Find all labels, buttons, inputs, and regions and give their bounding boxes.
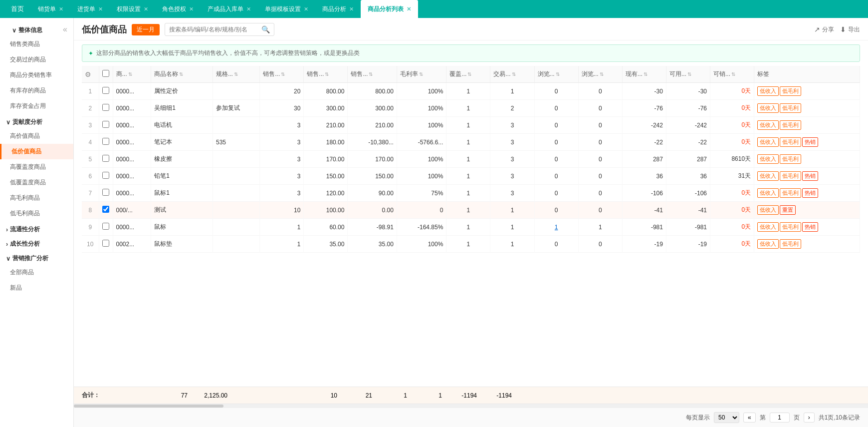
nav-close-products-in[interactable]: ✕ — [246, 6, 251, 12]
filter-month-btn[interactable]: 近一月 — [132, 24, 160, 35]
row-checkbox[interactable] — [102, 121, 109, 128]
page-input[interactable] — [770, 413, 790, 423]
nav-sales[interactable]: 销货单 ✕ — [31, 0, 70, 18]
row-check — [99, 236, 113, 253]
row-view1: 0 — [534, 83, 578, 100]
row-sales-qty: 30 — [260, 100, 304, 117]
th-transaction[interactable]: 交易...⇅ — [490, 66, 534, 83]
nav-close-permissions[interactable]: ✕ — [144, 6, 148, 12]
row-name: 鼠标1 — [151, 185, 213, 202]
next-page-btn[interactable]: › — [804, 413, 815, 423]
row-checkbox[interactable] — [102, 240, 109, 247]
th-coverage[interactable]: 覆盖...⇅ — [446, 66, 490, 83]
row-view2: 0 — [578, 185, 622, 202]
nav-products-in[interactable]: 产成品入库单 ✕ — [201, 0, 258, 18]
row-view2: 0 — [578, 100, 622, 117]
nav-template[interactable]: 单据模板设置 ✕ — [258, 0, 315, 18]
row-checkbox[interactable] — [102, 223, 109, 230]
th-tag[interactable]: 标签 — [754, 66, 860, 83]
sidebar-item-new-products[interactable]: 新品 — [0, 280, 73, 296]
sidebar-item-high-margin[interactable]: 高毛利商品 — [0, 190, 73, 206]
row-checkbox[interactable] — [102, 189, 109, 196]
row-stock-available: -242 — [666, 117, 710, 134]
th-sales-profit[interactable]: 销售...⇅ — [348, 66, 397, 83]
row-stock-current: -76 — [622, 100, 666, 117]
sidebar-item-all-products[interactable]: 全部商品 — [0, 265, 73, 280]
pagination: 每页显示 50 100 200 « 第 页 › 共1页,10条记录 — [74, 408, 868, 427]
th-stock-available[interactable]: 可用...⇅ — [666, 66, 710, 83]
tag-badge: 重置 — [780, 205, 796, 215]
row-sales-amount: 210.00 — [304, 117, 348, 134]
row-checkbox[interactable] — [102, 155, 109, 162]
row-coverage: 1 — [446, 219, 490, 236]
search-input[interactable] — [169, 26, 259, 33]
nav-close-product-list[interactable]: ✕ — [407, 6, 411, 12]
nav-home[interactable]: 首页 — [4, 0, 31, 18]
export-btn[interactable]: ⬇ 导出 — [840, 25, 860, 34]
th-view1[interactable]: 浏览...⇅ — [534, 66, 578, 83]
nav-close-template[interactable]: ✕ — [304, 6, 308, 12]
sidebar-item-low-coverage[interactable]: 低覆盖度商品 — [0, 175, 73, 190]
nav-close-product-analysis[interactable]: ✕ — [349, 6, 354, 12]
row-name: 属性定价 — [151, 83, 213, 100]
nav-roles[interactable]: 角色授权 ✕ — [155, 0, 201, 18]
th-view2[interactable]: 浏览...⇅ — [578, 66, 622, 83]
row-checkbox[interactable] — [102, 172, 109, 179]
nav-close-sales[interactable]: ✕ — [59, 6, 63, 12]
sidebar-item-high-coverage[interactable]: 高覆盖度商品 — [0, 159, 73, 175]
th-sales-amount[interactable]: 销售...⇅ — [304, 66, 348, 83]
row-checkbox[interactable] — [102, 104, 109, 111]
row-coverage: 1 — [446, 202, 490, 219]
sidebar-group-circulation[interactable]: › 流通性分析 — [0, 221, 73, 236]
row-transaction: 2 — [490, 100, 534, 117]
sidebar-item-high-value[interactable]: 高价值商品 — [0, 128, 73, 144]
table-row: 8 000/... 测试 10 100.00 0.00 0 1 1 0 0 -4… — [82, 202, 860, 219]
settings-icon[interactable]: ⚙ — [85, 70, 91, 78]
row-checkbox[interactable] — [102, 138, 109, 145]
th-sales-qty[interactable]: 销售...⇅ — [260, 66, 304, 83]
sidebar-group-contribution: ∨ 贡献度分析 — [0, 114, 73, 128]
nav-close-purchase[interactable]: ✕ — [98, 6, 103, 12]
row-check — [99, 219, 113, 236]
sidebar-item-sales-products[interactable]: 销售类商品 — [0, 36, 73, 52]
view1-link[interactable]: 1 — [555, 224, 558, 231]
scrollbar-thumb[interactable] — [74, 405, 223, 408]
row-sales-amount: 100.00 — [304, 202, 348, 219]
row-checkbox[interactable] — [102, 206, 109, 213]
select-all-checkbox[interactable] — [102, 70, 109, 77]
sidebar-group-growth[interactable]: › 成长性分析 — [0, 236, 73, 250]
sidebar-item-stock-products[interactable]: 有库存的商品 — [0, 83, 73, 98]
nav-purchase[interactable]: 进货单 ✕ — [70, 0, 110, 18]
sidebar-item-stock-capital[interactable]: 库存资金占用 — [0, 98, 73, 114]
sidebar-item-low-value[interactable]: 低价值商品 — [0, 144, 73, 159]
row-view1: 0 — [534, 168, 578, 185]
th-stock-sale[interactable]: 可销...⇅ — [710, 66, 754, 83]
th-stock-current[interactable]: 现有...⇅ — [622, 66, 666, 83]
sidebar-item-low-margin[interactable]: 低毛利商品 — [0, 206, 73, 221]
nav-product-analysis[interactable]: 商品分析 ✕ — [315, 0, 361, 18]
page-size-select[interactable]: 50 100 200 — [714, 412, 739, 423]
tag-badge: 低收入 — [757, 239, 779, 249]
horizontal-scrollbar[interactable] — [74, 404, 868, 408]
nav-permissions[interactable]: 权限设置 ✕ — [110, 0, 155, 18]
th-spec[interactable]: 规格...⇅ — [213, 66, 259, 83]
share-btn[interactable]: ↗ 分享 — [814, 25, 834, 34]
row-stock-available: -19 — [666, 236, 710, 253]
data-table: ⚙ 商...⇅ 商品名称⇅ 规格...⇅ 销售...⇅ 销售...⇅ 销售...… — [82, 66, 860, 253]
row-tags: 低收入低毛利 — [754, 117, 860, 134]
view1-value: 0 — [555, 105, 558, 112]
nav-product-list[interactable]: 商品分析列表 ✕ — [361, 0, 418, 18]
th-gross-margin[interactable]: 毛利率⇅ — [397, 66, 446, 83]
sidebar-item-traded-products[interactable]: 交易过的商品 — [0, 52, 73, 67]
sidebar-collapse-btn[interactable]: « — [63, 25, 67, 34]
sidebar-item-category-sales-rate[interactable]: 商品分类销售率 — [0, 67, 73, 83]
row-checkbox[interactable] — [102, 87, 109, 94]
search-icon[interactable]: 🔍 — [261, 25, 270, 33]
tag-badge: 低收入 — [757, 120, 779, 130]
th-code[interactable]: 商...⇅ — [113, 66, 151, 83]
row-sales-profit: 0.00 — [348, 202, 397, 219]
th-settings[interactable]: ⚙ — [82, 66, 99, 83]
nav-close-roles[interactable]: ✕ — [189, 6, 194, 12]
first-page-btn[interactable]: « — [743, 413, 756, 423]
th-name[interactable]: 商品名称⇅ — [151, 66, 213, 83]
